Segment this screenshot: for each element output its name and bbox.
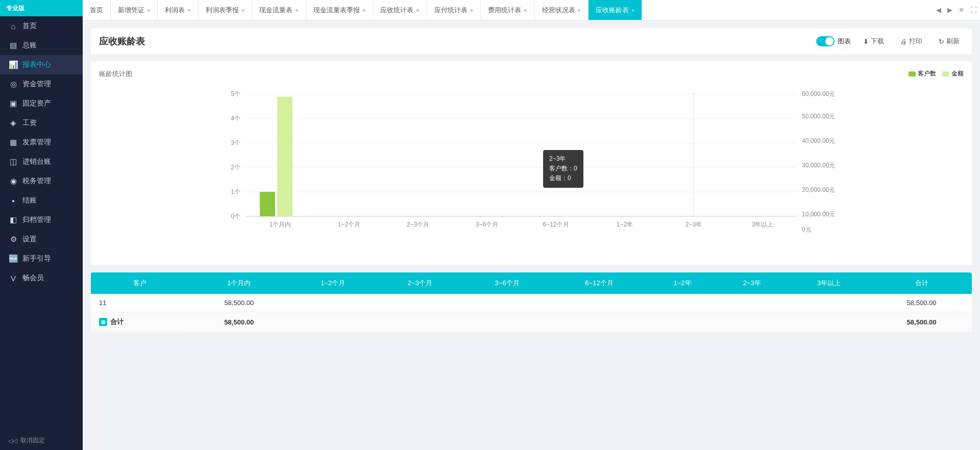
total-m1-2	[289, 312, 377, 333]
home-icon: ⌂	[8, 22, 18, 31]
assets-icon: ▣	[8, 99, 18, 108]
sidebar-item-assets[interactable]: ▣ 固定资产	[0, 94, 83, 113]
legend-customers-color	[909, 71, 916, 77]
tab-cashflow[interactable]: 现金流量表 ×	[252, 0, 306, 20]
sidebar-item-salary[interactable]: ◈ 工资	[0, 113, 83, 133]
sidebar-item-vip[interactable]: V 畅会员	[0, 268, 83, 288]
download-button[interactable]: ⬇ 下载	[859, 35, 888, 48]
svg-text:0个: 0个	[231, 213, 240, 220]
sidebar-item-label: 工资	[22, 118, 37, 128]
chart-title: 账龄统计图	[99, 69, 964, 79]
page-title: 应收账龄表	[99, 35, 816, 47]
salary-icon: ◈	[8, 118, 18, 128]
sidebar-item-label: 税务管理	[22, 177, 51, 186]
tab-business-status-label: 经营状况表	[542, 6, 575, 15]
table-total-row: ⊞ 合计 58,500.00 58,500.00	[91, 312, 972, 333]
tab-expense-stats-close[interactable]: ×	[524, 7, 527, 13]
sidebar-item-guide[interactable]: 🆕 新手引导	[0, 249, 83, 268]
tab-home[interactable]: 首页	[83, 0, 111, 20]
refresh-button[interactable]: ↻ 刷新	[935, 35, 964, 48]
total-total: 58,500.00	[871, 312, 972, 333]
tab-receivable-stats[interactable]: 应收统计表 ×	[373, 0, 427, 20]
sidebar-item-reports[interactable]: 📊 报表中心	[0, 55, 83, 74]
tab-profit[interactable]: 利润表 ×	[158, 0, 198, 20]
total-m3-6	[463, 312, 551, 333]
total-label: 合计	[110, 317, 124, 327]
print-label: 打印	[909, 37, 922, 46]
tab-profit-quarterly-close[interactable]: ×	[241, 7, 244, 13]
sidebar-item-inventory[interactable]: ◫ 进销台账	[0, 152, 83, 171]
chart-toggle-container: 图表	[816, 36, 851, 46]
tab-payable-stats-close[interactable]: ×	[470, 7, 473, 13]
tab-business-status-close[interactable]: ×	[578, 7, 581, 13]
tab-aging-report-close[interactable]: ×	[631, 7, 634, 13]
svg-text:60,000.00元: 60,000.00元	[802, 90, 835, 97]
tab-expense-stats[interactable]: 费用统计表 ×	[481, 0, 534, 20]
sidebar-item-closing[interactable]: ▪ 结账	[0, 191, 83, 210]
sidebar-item-archive[interactable]: ◧ 归档管理	[0, 210, 83, 230]
tab-business-status[interactable]: 经营状况表 ×	[535, 0, 589, 20]
chart-svg-wrapper: 5个 4个 3个 2个 1个 0个 60,000.00元 50,000.00元 …	[99, 84, 964, 257]
tab-voucher[interactable]: 新增凭证 ×	[111, 0, 158, 20]
svg-text:3个: 3个	[231, 139, 240, 146]
total-m2-3	[376, 312, 463, 333]
svg-text:40,000.00元: 40,000.00元	[802, 137, 835, 144]
sidebar-item-label: 结账	[22, 196, 37, 205]
cell-total: 58,500.00	[871, 294, 972, 312]
sidebar-item-ledger[interactable]: ▤ 总账	[0, 36, 83, 55]
tab-cashflow-close[interactable]: ×	[295, 7, 298, 13]
total-m1: 58,500.00	[189, 312, 289, 333]
svg-text:2~3年: 2~3年	[685, 221, 702, 228]
col-customer: 客户	[91, 272, 189, 294]
chart-container: 账龄统计图 客户数 金额	[91, 61, 972, 265]
col-total: 合计	[871, 272, 972, 294]
sidebar-item-home[interactable]: ⌂ 首页	[0, 16, 83, 36]
unpin-icon: ◁◁	[8, 437, 17, 444]
tab-expand-button[interactable]: ⛶	[967, 6, 980, 14]
unpin-label: 取消固定	[20, 436, 45, 445]
unpin-button[interactable]: ◁◁ 取消固定	[0, 431, 83, 450]
sidebar-item-funds[interactable]: ◎ 资金管理	[0, 74, 83, 94]
chart-toggle[interactable]	[816, 36, 835, 46]
tab-prev-button[interactable]: ◀	[933, 6, 944, 14]
data-table: 客户 1个月内 1~2个月 2~3个月 3~6个月 6~12个月 1~2年 2~…	[91, 272, 972, 333]
table-header-row: 客户 1个月内 1~2个月 2~3个月 3~6个月 6~12个月 1~2年 2~…	[91, 272, 972, 294]
bar-customers-1[interactable]	[260, 192, 275, 216]
table-row: 11 58,500.00 58,500.00	[91, 294, 972, 312]
col-m1: 1个月内	[189, 272, 289, 294]
cell-y1-2	[648, 294, 717, 312]
sidebar-item-settings[interactable]: ⚙ 设置	[0, 230, 83, 249]
tab-profit-close[interactable]: ×	[187, 7, 190, 13]
refresh-label: 刷新	[946, 37, 960, 46]
col-y2-3: 2~3年	[717, 272, 787, 294]
tab-aging-report[interactable]: 应收账龄表 ×	[589, 0, 642, 20]
sidebar-item-invoice[interactable]: ▦ 发票管理	[0, 133, 83, 152]
tab-profit-quarterly[interactable]: 利润表季报 ×	[199, 0, 252, 20]
print-button[interactable]: 🖨 打印	[896, 35, 926, 48]
svg-text:10,000.00元: 10,000.00元	[802, 211, 835, 218]
svg-text:1个: 1个	[231, 188, 240, 195]
sidebar-item-label: 首页	[22, 21, 37, 31]
legend-amount-label: 金额	[951, 69, 964, 78]
cell-y3plus	[787, 294, 871, 312]
svg-text:0元: 0元	[802, 226, 812, 233]
tab-receivable-stats-close[interactable]: ×	[416, 7, 419, 13]
svg-text:6~12个月: 6~12个月	[543, 221, 569, 228]
tab-close-all-button[interactable]: ✕	[955, 6, 967, 14]
invoice-icon: ▦	[8, 138, 18, 147]
sidebar-item-tax[interactable]: ◉ 税务管理	[0, 171, 83, 191]
tab-next-button[interactable]: ▶	[944, 6, 955, 14]
tab-cashflow-quarterly-close[interactable]: ×	[362, 7, 365, 13]
tab-voucher-close[interactable]: ×	[147, 7, 150, 13]
svg-text:20,000.00元: 20,000.00元	[802, 186, 835, 193]
tax-icon: ◉	[8, 177, 18, 186]
download-icon: ⬇	[863, 38, 869, 45]
svg-text:30,000.00元: 30,000.00元	[802, 162, 835, 169]
legend-amount: 金额	[942, 69, 964, 78]
bar-amount-1[interactable]	[277, 97, 292, 216]
cell-m1-2	[289, 294, 377, 312]
svg-text:1~2个月: 1~2个月	[338, 221, 360, 228]
tab-cashflow-quarterly[interactable]: 现金流量表季报 ×	[306, 0, 373, 20]
svg-text:2个: 2个	[231, 164, 240, 171]
tab-payable-stats[interactable]: 应付统计表 ×	[427, 0, 481, 20]
